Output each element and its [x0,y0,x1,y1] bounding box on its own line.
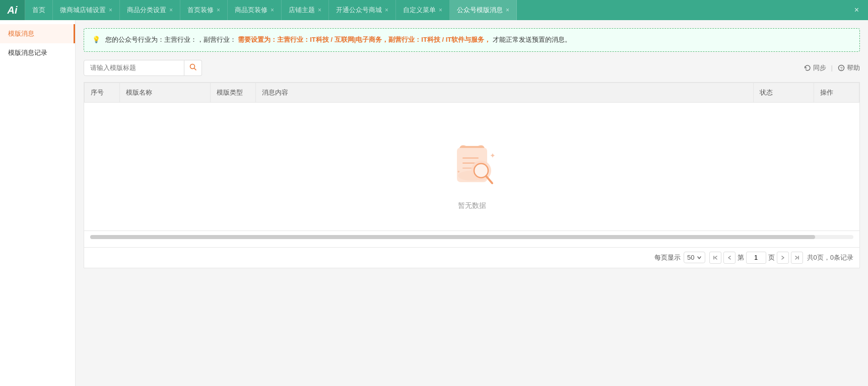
tab-shop-settings[interactable]: 微商城店铺设置 × [53,0,120,20]
search-button[interactable] [184,60,202,76]
notice-highlight: 需要设置为：主营行业：IT科技 / 互联网|电子商务，副营行业：IT科技 / I… [238,36,491,43]
notice-prefix: 您的公众号行业为：主营行业：，副营行业： [105,36,236,43]
svg-text:✦: ✦ [490,151,496,160]
last-page-button[interactable] [791,252,803,264]
search-bar-right: 同步 | ? 帮助 [804,63,860,72]
chevron-down-icon [697,255,702,260]
tab-product-decor-label: 商品页装修 [235,6,268,15]
tab-shop-settings-label: 微商城店铺设置 [60,6,106,15]
tab-home[interactable]: 首页 [25,0,53,20]
table-header-row: 序号 模版名称 模版类型 消息内容 状态 操作 [85,83,859,102]
scroll-thumb[interactable] [90,235,815,239]
empty-state: ✦ ✦ 暂无数据 [85,103,859,230]
last-page-icon [794,255,799,260]
next-page-button[interactable] [777,252,789,264]
search-icon [189,63,196,70]
first-page-icon [713,255,718,260]
help-icon: ? [838,64,845,71]
empty-state-icon: ✦ ✦ [442,133,502,193]
tab-home-decor[interactable]: 首页装修 × [180,0,228,20]
tab-open-store-close[interactable]: × [385,7,388,14]
sync-label: 同步 [813,63,826,72]
search-input[interactable] [84,60,184,76]
tab-product-decor-close[interactable]: × [271,7,274,14]
data-table: 序号 模版名称 模版类型 消息内容 状态 操作 [84,83,859,230]
page-size-label: 每页显示 [654,253,681,262]
svg-text:✦: ✦ [457,170,460,174]
tab-home-label: 首页 [32,6,45,15]
nav-divider: | [831,64,833,71]
sidebar-item-template-msg-log[interactable]: 模版消息记录 [0,43,75,62]
tab-custom-menu[interactable]: 自定义菜单 × [396,0,450,20]
scrollbar-area [84,230,859,247]
first-page-button[interactable] [709,252,721,264]
main-layout: 模版消息 模版消息记录 💡 您的公众号行业为：主营行业：，副营行业： 需要设置为… [0,20,868,386]
notice-icon: 💡 [92,36,100,43]
page-size-value: 50 [687,254,694,261]
tab-home-decor-close[interactable]: × [217,7,220,14]
help-button[interactable]: ? 帮助 [838,63,860,72]
col-seq: 序号 [85,83,120,102]
tab-template-msg-close[interactable]: × [506,7,509,14]
table-container: 序号 模版名称 模版类型 消息内容 状态 操作 [84,82,860,268]
tab-open-store-label: 开通公众号商城 [336,6,382,15]
col-status: 状态 [754,83,814,102]
sidebar-item-template-msg-log-label: 模版消息记录 [8,49,47,56]
sidebar-item-template-msg[interactable]: 模版消息 [0,24,75,43]
svg-line-1 [194,68,196,70]
page-size-select: 每页显示 50 [654,252,705,263]
tab-custom-menu-close[interactable]: × [439,7,442,14]
tab-category-settings-close[interactable]: × [169,7,173,14]
tab-category-settings[interactable]: 商品分类设置 × [120,0,180,20]
content-area: 💡 您的公众号行业为：主营行业：，副营行业： 需要设置为：主营行业：IT科技 /… [76,20,868,386]
tab-product-decor[interactable]: 商品页装修 × [228,0,282,20]
sidebar-item-template-msg-label: 模版消息 [8,30,34,37]
prev-page-button[interactable] [723,252,736,264]
svg-text:?: ? [840,66,842,71]
page-number-input[interactable] [746,252,766,264]
tab-shop-theme-label: 店铺主题 [289,6,315,15]
tab-shop-theme-close[interactable]: × [318,7,321,14]
help-label: 帮助 [847,63,860,72]
col-content: 消息内容 [256,83,754,102]
tab-open-store[interactable]: 开通公众号商城 × [329,0,396,20]
scroll-track[interactable] [90,235,853,239]
notice-box: 💡 您的公众号行业为：主营行业：，副营行业： 需要设置为：主营行业：IT科技 /… [84,28,860,52]
tab-shop-theme[interactable]: 店铺主题 × [282,0,329,20]
tab-home-decor-label: 首页装修 [187,6,214,15]
pagination: 每页显示 50 [84,247,859,268]
tab-template-msg-label: 公众号模版消息 [457,6,503,15]
col-name: 模版名称 [120,83,211,102]
next-page-icon [780,255,785,260]
tab-category-settings-label: 商品分类设置 [127,6,166,15]
page-size-dropdown[interactable]: 50 [684,252,705,263]
notice-suffix: 才能正常发送预置的消息。 [493,36,571,43]
prev-page-icon [727,255,732,260]
tab-custom-menu-label: 自定义菜单 [403,6,436,15]
sync-icon [804,64,811,71]
search-bar-left [84,60,202,76]
search-bar: 同步 | ? 帮助 [84,60,860,76]
page-label-post: 页 [768,253,775,262]
col-action: 操作 [814,83,859,102]
empty-text: 暂无数据 [458,201,486,210]
total-info: 共0页，0条记录 [807,253,853,262]
top-nav: Ai 首页 微商城店铺设置 × 商品分类设置 × 首页装修 × 商品页装修 × … [0,0,868,20]
col-type: 模版类型 [211,83,256,102]
app-logo: Ai [0,0,25,20]
page-label-pre: 第 [738,253,744,262]
sidebar: 模版消息 模版消息记录 [0,20,76,386]
tab-shop-settings-close[interactable]: × [109,7,112,14]
svg-line-11 [486,176,492,183]
sync-button[interactable]: 同步 [804,63,826,72]
close-all-button[interactable]: × [851,6,862,15]
page-nav: 第 页 [709,252,803,264]
tab-template-msg[interactable]: 公众号模版消息 × [450,0,517,20]
